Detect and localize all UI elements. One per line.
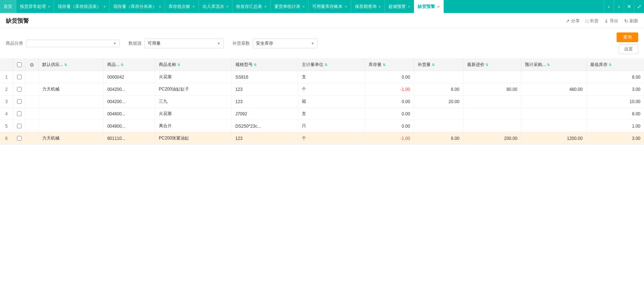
close-tab-expiry[interactable]: ×	[379, 4, 381, 9]
nav-tab-order-stat[interactable]: 要货单统计表 ×	[271, 0, 309, 13]
nav-tab-summary[interactable]: 收发存汇总表 ×	[232, 0, 270, 13]
row-supplier	[38, 71, 104, 83]
row-supplier	[38, 96, 104, 108]
table-row: 2 力天机械 004200... PC200油缸缸子 123 个 -1.00 6…	[0, 83, 644, 96]
close-tab-stock-status[interactable]: ×	[103, 4, 105, 9]
column-settings-icon[interactable]: ⚙	[30, 62, 34, 68]
nav-tab-stock-dist[interactable]: 现存量（库存分布表） ×	[110, 0, 165, 13]
row-stock: 0.00	[365, 120, 414, 132]
th-replenish: 补货量 ⇅	[414, 59, 463, 71]
row-latest-price	[463, 96, 521, 108]
row-estimated-purchase: 1200.00	[521, 132, 587, 145]
th-checkbox	[13, 59, 25, 71]
sort-min-stock[interactable]: 最低库存 ⇅	[590, 62, 640, 68]
row-checkbox[interactable]	[17, 87, 22, 92]
row-settings-cell	[25, 71, 38, 83]
page-title: 缺货预警	[6, 17, 29, 25]
row-stock: 0.00	[365, 71, 414, 83]
category-label: 商品分类	[6, 40, 23, 47]
table-area: ⚙ 默认供应... ⇅ 商品... ⇅	[0, 59, 644, 145]
close-tab-summary[interactable]: ×	[264, 4, 266, 9]
row-min-stock: 8.00	[586, 108, 644, 120]
nav-tab-flow[interactable]: 出入库流水 ×	[199, 0, 232, 13]
row-latest-price: 80.00	[463, 83, 521, 96]
settings-button[interactable]: 设置	[619, 44, 638, 54]
row-latest-price	[463, 108, 521, 120]
row-unit: 箱	[298, 96, 365, 108]
th-product-code: 商品... ⇅	[104, 59, 155, 71]
sort-unit[interactable]: 主计量单位 ⇅	[302, 62, 361, 68]
sort-product-name[interactable]: 商品名称 ⇅	[159, 62, 228, 68]
row-stock: -1.00	[365, 132, 414, 145]
sort-estimated-purchase[interactable]: 预计采购... ⇅	[525, 62, 583, 68]
row-min-stock: 1.00	[586, 120, 644, 132]
row-checkbox[interactable]	[17, 99, 22, 104]
row-product-code: 004800...	[104, 120, 155, 132]
datasource-label: 数据源	[129, 40, 142, 47]
row-replenish: 6.00	[414, 132, 463, 145]
replenish-base-select[interactable]: 安全库存 ▼	[253, 39, 318, 48]
table-row: 3 004200... 三九 123 箱 0.00 20.00 10.00	[0, 96, 644, 108]
sort-latest-price-icon: ⇅	[486, 63, 488, 67]
sort-replenish[interactable]: 补货量 ⇅	[418, 62, 459, 68]
nav-tab-expiry[interactable]: 保质期查询 ×	[351, 0, 385, 13]
row-checkbox-cell	[13, 83, 25, 96]
nav-close-button[interactable]: ✕	[624, 0, 634, 13]
refresh-button[interactable]: ↻ 刷新	[624, 18, 638, 24]
sort-supplier[interactable]: 默认供应... ⇅	[42, 62, 100, 68]
export-button[interactable]: ⇓ 导出	[604, 18, 618, 24]
row-product-code: 0000042	[104, 71, 155, 83]
nav-tab-available[interactable]: 可用量库存账本 ×	[309, 0, 351, 13]
sort-latest-price[interactable]: 最新进价 ⇅	[467, 62, 518, 68]
th-settings: ⚙	[25, 59, 38, 71]
row-product-name: PC200油缸缸子	[155, 83, 231, 96]
row-latest-price	[463, 120, 521, 132]
row-num: 5	[0, 120, 13, 132]
row-checkbox[interactable]	[17, 75, 22, 79]
replenish-button[interactable]: □ 补货	[586, 18, 599, 24]
close-tab-stock-dist[interactable]: ×	[159, 4, 161, 9]
nav-tab-abnormal[interactable]: 拣货异常处理 ×	[16, 0, 54, 13]
th-spec: 规格型号 ⇅	[231, 59, 298, 71]
select-all-checkbox[interactable]	[17, 62, 22, 67]
share-button[interactable]: ↗ 分享	[566, 18, 580, 24]
sort-product-name-icon: ⇅	[177, 63, 180, 67]
nav-controls: ‹ › ✕ ⤢	[604, 0, 644, 13]
row-checkbox[interactable]	[17, 111, 22, 116]
nav-prev-button[interactable]: ‹	[604, 0, 614, 13]
replenish-base-dropdown-icon: ▼	[311, 41, 314, 45]
header-actions: ↗ 分享 □ 补货 ⇓ 导出 ↻ 刷新	[566, 18, 638, 24]
category-select[interactable]: ▼	[26, 40, 120, 47]
row-settings-cell	[25, 83, 38, 96]
th-min-stock: 最低库存 ⇅	[586, 59, 644, 71]
nav-tab-shortage[interactable]: 缺货预警 ×	[414, 0, 443, 13]
filter-actions: 查询 设置	[617, 32, 638, 54]
datasource-select[interactable]: 可用量 ▼	[144, 39, 224, 48]
nav-tab-home[interactable]: 首页	[0, 0, 16, 13]
sort-stock[interactable]: 库存量 ⇅	[369, 62, 410, 68]
sort-spec[interactable]: 规格型号 ⇅	[235, 62, 294, 68]
close-tab-abnormal[interactable]: ×	[48, 4, 50, 9]
row-spec: SS816	[231, 71, 298, 83]
sort-product-code[interactable]: 商品... ⇅	[107, 62, 151, 68]
row-settings-cell	[25, 132, 38, 145]
row-unit: 支	[298, 71, 365, 83]
close-tab-shortage[interactable]: ×	[437, 4, 439, 9]
close-tab-overstock[interactable]: ×	[408, 4, 410, 9]
row-checkbox[interactable]	[17, 124, 22, 128]
close-tab-order-stat[interactable]: ×	[303, 4, 305, 9]
close-tab-flow[interactable]: ×	[226, 4, 229, 9]
nav-tab-overstock[interactable]: 超储预警 ×	[385, 0, 414, 13]
row-spec: 123	[231, 96, 298, 108]
replenish-base-label: 补货基数	[232, 40, 250, 47]
nav-next-button[interactable]: ›	[614, 0, 624, 13]
close-tab-available[interactable]: ×	[345, 4, 347, 9]
row-product-name: 三九	[155, 96, 231, 108]
nav-expand-button[interactable]: ⤢	[634, 0, 644, 13]
th-latest-price: 最新进价 ⇅	[463, 59, 521, 71]
close-tab-batch[interactable]: ×	[192, 4, 195, 9]
query-button[interactable]: 查询	[617, 32, 638, 42]
nav-tab-stock-status[interactable]: 现存量（库存状况表） ×	[54, 0, 109, 13]
row-checkbox[interactable]	[17, 136, 22, 141]
nav-tab-batch[interactable]: 库存批次账 ×	[165, 0, 199, 13]
